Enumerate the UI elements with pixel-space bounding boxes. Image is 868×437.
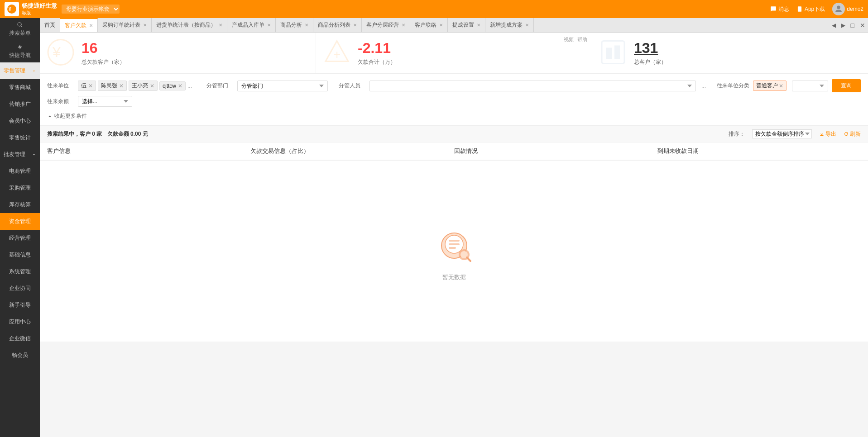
person-more-btn[interactable]: ... (701, 83, 706, 89)
svg-rect-6 (602, 41, 624, 64)
tab-maximize[interactable]: □ (848, 22, 857, 29)
tab-goods-analysis-list[interactable]: 商品分析列表 ✕ (313, 18, 362, 33)
video-help-btn[interactable]: 视频 (564, 36, 574, 43)
user-menu[interactable]: demo2 (832, 3, 863, 15)
close-tab-product-inbound[interactable]: ✕ (267, 23, 271, 28)
close-tab-purchase-order[interactable]: ✕ (143, 23, 147, 28)
sidebar-item-label: 畅会员 (12, 352, 28, 358)
refresh-btn[interactable]: 刷新 (844, 130, 861, 138)
remove-tag-2[interactable]: ✕ (150, 83, 154, 89)
tab-arrow-right[interactable]: ▶ (839, 22, 848, 28)
sidebar-item-ecommerce[interactable]: 电商管理 (0, 163, 40, 180)
close-tab-customer-contact[interactable]: ✕ (439, 23, 443, 28)
sidebar-item-operation[interactable]: 经营管理 (0, 230, 40, 247)
filter-tag-2[interactable]: 王小亮 ✕ (129, 81, 158, 91)
sidebar-quicknav[interactable]: 快捷导航 (0, 41, 40, 62)
sidebar-item-member2[interactable]: 畅会员 (0, 347, 40, 364)
sidebar-item-basic[interactable]: 基础信息 (0, 247, 40, 263)
tab-new-commission[interactable]: 新增提成方案 ✕ (485, 18, 534, 33)
sidebar-item-purchase[interactable]: 采购管理 (0, 180, 40, 196)
sidebar-item-finance[interactable]: 资金管理 (0, 213, 40, 230)
store-selector[interactable]: 母婴行业演示帐套 (62, 5, 120, 14)
unit-class-tags: 普通客户 ✕ (753, 81, 786, 91)
sidebar-item-retail-mall[interactable]: 零售商城 (0, 79, 40, 96)
svg-rect-11 (449, 240, 460, 242)
tab-arrow-left[interactable]: ◀ (829, 22, 839, 28)
text-help-btn[interactable]: 帮助 (577, 36, 587, 43)
sidebar-item-system[interactable]: 系统管理 (0, 263, 40, 280)
remove-tag-1[interactable]: ✕ (119, 83, 124, 89)
sidebar-item-label: 零售统计 (9, 134, 31, 141)
sidebar-item-newbie[interactable]: 新手引导 (0, 297, 40, 314)
export-btn[interactable]: 导出 (819, 130, 836, 138)
tab-controls: ◀ ▶ □ ✕ (829, 22, 868, 29)
stat-card-all-customers: 131 总客户（家） (592, 33, 868, 73)
export-label: 导出 (825, 130, 836, 138)
close-tab-customer-layer[interactable]: ✕ (402, 23, 405, 28)
unit-class-tag-0[interactable]: 普通客户 ✕ (753, 81, 786, 91)
person-select[interactable] (369, 81, 696, 91)
user-name: demo2 (847, 6, 863, 12)
collapse-btn[interactable]: 收起更多条件 (47, 112, 861, 120)
balance-filter-label: 往来余额 (47, 98, 74, 105)
close-tab-goods-analysis[interactable]: ✕ (305, 23, 308, 28)
sidebar-search[interactable]: 搜索菜单 (0, 18, 40, 41)
remove-unit-class-tag-0[interactable]: ✕ (779, 83, 783, 89)
query-button[interactable]: 查询 (832, 79, 861, 92)
sidebar-item-wholesale[interactable]: 批发管理 (0, 146, 40, 163)
sidebar-item-label: 新手引导 (9, 302, 31, 308)
sidebar-item-member[interactable]: 会员中心 (0, 113, 40, 129)
tab-goods-stats[interactable]: 进货单统计表（按商品） ✕ (152, 18, 227, 33)
tab-bar: 首页 客户欠款 ✕ 采购订单统计表 ✕ 进货单统计表（按商品） ✕ 产成品入库单… (40, 18, 868, 33)
tab-customer-layer[interactable]: 客户分层经营 ✕ (362, 18, 410, 33)
remove-tag-0[interactable]: ✕ (88, 83, 93, 89)
close-tab-goods-stats[interactable]: ✕ (219, 23, 222, 28)
app-download-btn[interactable]: App下载 (796, 5, 825, 13)
filter-tag-0[interactable]: 伍 ✕ (78, 81, 96, 91)
close-tab-goods-analysis-list[interactable]: ✕ (353, 23, 357, 28)
stat-help: 视频 帮助 (564, 36, 587, 43)
filter-more-btn[interactable]: ... (187, 83, 192, 89)
sidebar-item-app-center[interactable]: 应用中心 (0, 314, 40, 330)
tab-product-inbound[interactable]: 产成品入库单 ✕ (227, 18, 276, 33)
sidebar-item-label: 采购管理 (9, 185, 31, 191)
dept-select[interactable]: 分管部门 (237, 81, 328, 91)
result-count: 0 (92, 131, 95, 137)
filter-tag-3[interactable]: cjttcw ✕ (159, 81, 186, 90)
top-bar: ¥ 畅捷通好生意 标版 母婴行业演示帐套 消息 App下载 (0, 0, 868, 18)
close-tab-commission-settings[interactable]: ✕ (477, 23, 480, 28)
tab-customer-contact[interactable]: 客户联络 ✕ (410, 18, 448, 33)
sidebar-item-retail-stats[interactable]: 零售统计 (0, 129, 40, 146)
svg-rect-8 (614, 46, 620, 59)
svg-text:¥: ¥ (9, 7, 11, 12)
tab-customer-debt[interactable]: 客户欠款 ✕ (60, 18, 98, 33)
sidebar-item-label: 电商管理 (9, 168, 31, 174)
tab-purchase-order[interactable]: 采购订单统计表 ✕ (98, 18, 152, 33)
sidebar-item-retail-mgmt[interactable]: 零售管理 (0, 62, 40, 79)
close-tab-new-commission[interactable]: ✕ (525, 23, 529, 28)
filter-tag-1[interactable]: 陈民强 ✕ (98, 81, 127, 91)
remove-tag-3[interactable]: ✕ (178, 83, 182, 89)
sidebar-item-marketing[interactable]: 营销推广 (0, 96, 40, 113)
message-btn[interactable]: 消息 (770, 5, 789, 13)
table-col-1: 欠款交易信息（占比） (250, 147, 454, 155)
tab-goods-analysis[interactable]: 商品分析 ✕ (276, 18, 313, 33)
close-tab-customer-debt[interactable]: ✕ (89, 23, 93, 28)
sidebar-item-label: 零售管理 (4, 67, 25, 75)
table-header: 客户信息 欠款交易信息（占比） 回款情况 到期未收款日期 (40, 142, 868, 161)
sidebar-quicknav-label: 快捷导航 (3, 52, 37, 59)
filter-row-2: 往来余额 选择... (47, 96, 861, 107)
tab-commission-settings[interactable]: 提成设置 ✕ (448, 18, 485, 33)
sidebar-item-inventory[interactable]: 库存核算 (0, 196, 40, 213)
tab-close-all[interactable]: ✕ (857, 22, 868, 29)
sidebar-item-label: 经营管理 (9, 235, 31, 241)
results-actions: 排序： 按欠款金额倒序排序 导出 刷新 (729, 129, 861, 138)
sidebar-item-wechat[interactable]: 企业微信 (0, 330, 40, 347)
tab-home[interactable]: 首页 (40, 18, 60, 33)
unit-class-select[interactable] (792, 81, 828, 91)
sort-select[interactable]: 按欠款金额倒序排序 (752, 129, 812, 138)
results-info: 搜索结果中，客户 0 家 欠款金额 0.00 元 (47, 130, 148, 138)
top-bar-right: 消息 App下载 demo2 (770, 3, 863, 15)
sidebar-item-enterprise[interactable]: 企业协同 (0, 280, 40, 297)
balance-select[interactable]: 选择... (78, 96, 132, 107)
